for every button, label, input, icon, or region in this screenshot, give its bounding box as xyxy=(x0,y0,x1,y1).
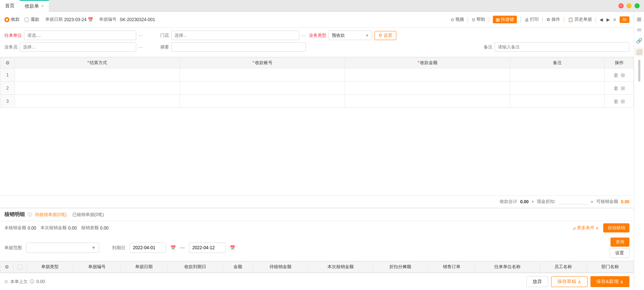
row-3-amount[interactable] xyxy=(345,95,510,108)
tab-receipt[interactable]: 收款单 × xyxy=(20,0,49,12)
btn-ai[interactable]: AI xyxy=(620,16,629,23)
done-tab[interactable]: 已核销单据(0笔) xyxy=(72,212,104,218)
btn-video[interactable]: ⊙ 视频 xyxy=(451,16,464,23)
filter-set-btn[interactable]: 设置 xyxy=(610,248,629,258)
bth-contact-name: 往来单位名称 xyxy=(475,262,540,273)
save-btn[interactable]: 保存&新增 ∧ xyxy=(590,276,629,287)
sidebar-link-icon[interactable]: 🔗 xyxy=(635,36,644,45)
row-1-copy-icon[interactable]: ⊞ xyxy=(621,72,625,78)
table-gear-icon[interactable]: ⚙ xyxy=(5,60,10,66)
btn-ai-label: AI xyxy=(623,17,627,22)
contact-more-btn[interactable]: ··· xyxy=(138,32,143,38)
right-sidebar: ▦ ✉ 🔗 ⬜ xyxy=(634,12,644,290)
staff-more-btn[interactable]: ··· xyxy=(138,44,143,50)
auto-reconcile-btn[interactable]: 自动核销 xyxy=(603,223,629,232)
th-settings[interactable]: ⚙ xyxy=(0,58,15,68)
tab-home[interactable]: 首页 xyxy=(0,0,20,12)
row-3-account[interactable] xyxy=(180,95,345,108)
th-amount: 收款金额 xyxy=(345,58,510,68)
select-all-checkbox[interactable] xyxy=(17,264,23,270)
radio-income[interactable]: 收款 xyxy=(4,16,20,23)
discount-label: 现金折扣: xyxy=(537,199,555,205)
save-btn-label: 保存&新增 xyxy=(596,278,619,285)
main-table-container: ⚙ 结算方式 收款账号 收款金额 备注 操作 1 � xyxy=(0,57,634,195)
btn-help[interactable]: ⊙ 帮助 xyxy=(472,16,485,23)
shop-group: 门店 ··· xyxy=(160,31,306,40)
date-label: 单据日期 xyxy=(45,16,63,23)
staff-input[interactable] xyxy=(20,42,136,52)
window-min-btn[interactable] xyxy=(627,3,632,8)
date-from-input[interactable] xyxy=(130,243,166,253)
row-1-remark[interactable] xyxy=(510,68,604,82)
tab-receipt-close[interactable]: × xyxy=(41,4,44,9)
btn-video-label: 视频 xyxy=(455,16,464,23)
row-2-remark[interactable] xyxy=(510,82,604,95)
calendar-to-icon[interactable]: 📅 xyxy=(230,245,235,250)
draft-btn[interactable]: 保存草稿 ∧ xyxy=(551,276,588,287)
window-max-btn[interactable] xyxy=(635,3,640,8)
remark-input[interactable] xyxy=(495,42,629,52)
filter-btn-group: 查询 设置 xyxy=(610,238,629,258)
shop-input[interactable] xyxy=(171,31,299,40)
btn-prev[interactable]: ◀ xyxy=(600,17,603,22)
session-label: 本单上欠 xyxy=(10,279,28,285)
scrollbar-thumb[interactable] xyxy=(638,60,640,82)
sidebar-table-icon[interactable]: ▦ xyxy=(635,15,644,23)
contact-input[interactable] xyxy=(24,31,136,40)
diff-stat: 核销差额 0.00 xyxy=(81,225,109,231)
pending-tab[interactable]: 待核销单据(0笔) xyxy=(35,212,67,218)
stats-row: 未核销金额 0.00 本次核销金额 0.00 核销差额 0.00 ⊿ 更多条件 … xyxy=(0,221,634,235)
row-2-delete-icon[interactable]: 🗑 xyxy=(613,85,619,91)
reconcile-info-icon[interactable]: ⓘ xyxy=(28,212,32,218)
row-2-copy-icon[interactable]: ⊞ xyxy=(621,85,625,91)
table-row: 1 🗑 ⊞ xyxy=(0,68,634,82)
bill-range-select[interactable]: ▼ xyxy=(26,243,99,253)
date-to-input[interactable] xyxy=(189,243,225,253)
discard-btn[interactable]: 放弃 xyxy=(526,276,548,287)
calendar-icon[interactable]: 📅 xyxy=(88,17,93,22)
discount-input[interactable] xyxy=(559,199,588,204)
sidebar-email-icon[interactable]: ✉ xyxy=(635,26,644,34)
row-1-delete-icon[interactable]: 🗑 xyxy=(613,72,619,78)
row-2-account[interactable] xyxy=(180,82,345,95)
radio-income-dot xyxy=(4,17,9,22)
btn-layout[interactable]: ≡ xyxy=(613,17,616,22)
row-2-settlement[interactable] xyxy=(15,82,180,95)
row-3-delete-icon[interactable]: 🗑 xyxy=(613,98,619,104)
settings-btn[interactable]: ⚙ 设置 xyxy=(374,31,396,40)
form-row-1: 往来单位 ··· 门店 ··· 业务类型 预收款 ▼ ⚙ 设置 xyxy=(4,31,629,40)
unreconciled-label: 未核销金额 xyxy=(4,225,26,231)
bottom-table-gear-icon[interactable]: ⚙ xyxy=(5,264,9,270)
date-value: 2023-03-24 xyxy=(64,17,86,22)
btn-history[interactable]: 📋 历史单据 xyxy=(568,16,592,23)
radio-refund[interactable]: 退款 xyxy=(24,16,39,23)
row-3-remark[interactable] xyxy=(510,95,604,108)
row-3-settlement[interactable] xyxy=(15,95,180,108)
row-2-amount[interactable] xyxy=(345,82,510,95)
btn-operate[interactable]: ⚙ 操作 xyxy=(546,16,560,23)
biz-type-arrow: ▼ xyxy=(365,34,369,38)
row-1-settlement[interactable] xyxy=(15,68,180,82)
row-1-account[interactable] xyxy=(180,68,345,82)
btn-shortcut[interactable]: ▦ 快捷键 xyxy=(493,16,517,23)
equals-sign: = xyxy=(591,199,593,204)
calendar-from-icon[interactable]: 📅 xyxy=(170,245,176,250)
session-info-icon[interactable]: ⓘ xyxy=(30,279,34,285)
toolbar-right: ⊙ 视频 ⊙ 帮助 ▦ 快捷键 🖨 打印 ⚙ 操作 xyxy=(451,16,629,23)
btn-print[interactable]: 🖨 打印 xyxy=(525,16,539,23)
row-1-amount[interactable] xyxy=(345,68,510,82)
query-btn[interactable]: 查询 xyxy=(610,238,629,247)
biz-type-label: 业务类型 xyxy=(309,32,326,39)
more-conditions-btn[interactable]: ⊿ 更多条件 ∧ xyxy=(572,225,599,231)
draft-btn-label: 保存草稿 xyxy=(557,278,576,285)
sidebar-screen-icon[interactable]: ⬜ xyxy=(635,47,644,56)
bth-gear[interactable]: ⚙ xyxy=(0,262,13,273)
biz-type-select[interactable]: 预收款 ▼ xyxy=(329,31,372,40)
window-close-btn[interactable]: × xyxy=(619,3,624,8)
summary-input[interactable] xyxy=(171,42,306,52)
row-3-copy-icon[interactable]: ⊞ xyxy=(621,98,625,104)
shop-more-btn[interactable]: ··· xyxy=(302,32,306,38)
btn-operate-label: 操作 xyxy=(551,16,560,23)
diff-label: 核销差额 xyxy=(81,225,99,231)
btn-next[interactable]: ▶ xyxy=(606,17,610,22)
